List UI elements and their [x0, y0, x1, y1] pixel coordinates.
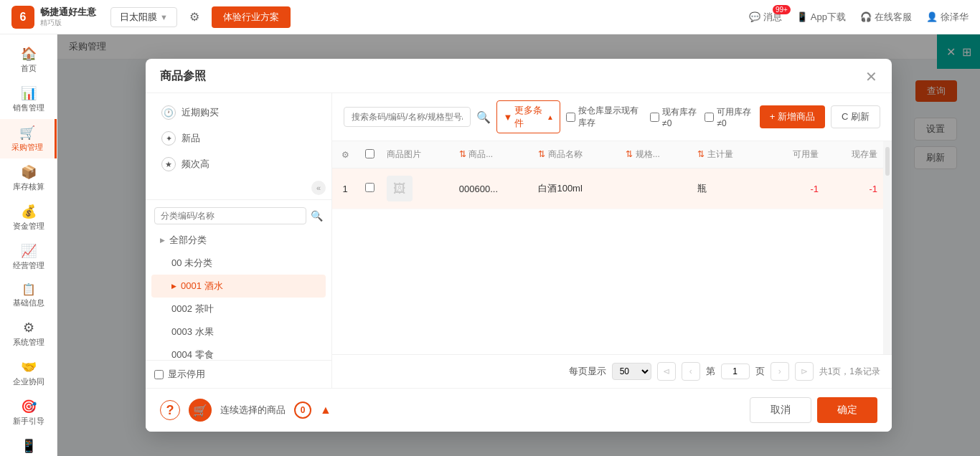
- row-checkbox-cell[interactable]: [358, 168, 381, 209]
- refresh-button[interactable]: C 刷新: [831, 105, 880, 128]
- col-unit[interactable]: ⇅ 主计量: [692, 141, 765, 168]
- system-icon: ⚙: [23, 320, 34, 336]
- new-icon: ✦: [166, 134, 172, 143]
- sidebar-item-system[interactable]: ⚙ 系统管理: [0, 314, 57, 353]
- col-spec[interactable]: ⇅ 规格...: [620, 141, 692, 168]
- sidebar-item-home[interactable]: 🏠 首页: [0, 40, 57, 80]
- product-search-input[interactable]: [344, 107, 471, 127]
- warehouse-filter-label[interactable]: 按仓库显示现有库存: [566, 105, 644, 129]
- cat-uncategorized[interactable]: 00 未分类: [151, 252, 326, 275]
- page-size-select[interactable]: 50 100: [612, 363, 651, 380]
- service-item[interactable]: 🎧 在线客服: [860, 11, 912, 24]
- mobile-icon: 📱: [796, 11, 808, 22]
- category-search-input[interactable]: [154, 207, 306, 224]
- confirm-button[interactable]: 确定: [817, 397, 877, 423]
- sidebar-item-inventory[interactable]: 📦 库存核算: [0, 158, 57, 198]
- tab-recent[interactable]: 🕐 近期购买: [154, 100, 323, 125]
- tab-new[interactable]: ✦ 新品: [154, 126, 323, 151]
- cat-fruit[interactable]: 0003 水果: [151, 320, 326, 343]
- add-product-button[interactable]: + 新增商品: [760, 105, 825, 128]
- sidebar-item-collab[interactable]: 🤝 企业协同: [0, 353, 57, 393]
- table-row[interactable]: 1 🖼 000600... 白酒100ml 瓶: [332, 168, 883, 209]
- experience-button[interactable]: 体验行业方案: [212, 6, 291, 28]
- cat-liquor[interactable]: ▶ 0001 酒水: [151, 275, 326, 298]
- next-page-btn[interactable]: ›: [771, 362, 789, 381]
- user-label: 徐泽华: [941, 11, 969, 24]
- tab-frequent[interactable]: ★ 频次高: [154, 152, 323, 176]
- sidebar-item-operation[interactable]: 📈 经营管理: [0, 237, 57, 277]
- show-disabled-checkbox-label[interactable]: 显示停用: [154, 368, 205, 381]
- more-filter-btn[interactable]: ▼ 更多条件 ▲: [496, 100, 560, 133]
- cart-icon[interactable]: 🛒: [189, 399, 212, 422]
- category-search-icon[interactable]: 🔍: [311, 210, 323, 222]
- table-scrollbar[interactable]: [883, 141, 892, 354]
- col-stock[interactable]: 现存量: [824, 141, 883, 168]
- row-spec: [620, 168, 692, 209]
- select-all-checkbox[interactable]: [365, 149, 374, 158]
- sidebar-item-basic[interactable]: 📋 基础信息: [0, 277, 57, 314]
- pagination-bar: 每页显示 50 100 ⊲ ‹ 第 页 › ⊳ 共1页，1条记录: [332, 354, 892, 388]
- modal-dialog: 商品参照 ✕ 🕐 近期购买: [146, 59, 892, 432]
- col-image: 商品图片: [381, 141, 453, 168]
- available-filter-checkbox[interactable]: [650, 113, 659, 122]
- nav-selector[interactable]: 日太阳膜 ▼: [110, 7, 177, 27]
- user-item[interactable]: 👤 徐泽华: [926, 11, 969, 24]
- gear-icon[interactable]: ⚙: [183, 6, 206, 29]
- col-code[interactable]: ⇅ 商品...: [453, 141, 533, 168]
- arrow-icon-liquor: ▶: [171, 282, 176, 290]
- sidebar-item-purchase[interactable]: 🛒 采购管理: [0, 119, 57, 158]
- product-thumbnail: 🖼: [387, 176, 413, 201]
- last-page-btn[interactable]: ⊳: [795, 362, 814, 381]
- cat-tea[interactable]: 0002 茶叶: [151, 298, 326, 320]
- col-available[interactable]: 可用量: [765, 141, 824, 168]
- service-label: 在线客服: [875, 11, 912, 24]
- sidebar-item-apps[interactable]: 📱 应用中心: [0, 432, 57, 456]
- available-filter-label[interactable]: 现有库存≠0: [650, 106, 699, 128]
- collapse-footer-icon[interactable]: ▲: [320, 404, 331, 417]
- cart-count: 0: [294, 402, 311, 419]
- row-code: 000600...: [453, 168, 533, 209]
- collapse-panel-btn[interactable]: «: [311, 181, 326, 195]
- clock-icon: 🕐: [164, 108, 174, 118]
- cat-snack[interactable]: 0004 零食: [151, 343, 326, 360]
- logo-area: 6 畅捷通好生意 精巧版: [11, 6, 96, 29]
- help-icon[interactable]: ?: [160, 400, 180, 420]
- row-stock: -1: [824, 168, 883, 209]
- row-checkbox[interactable]: [365, 183, 374, 192]
- col-name[interactable]: ⇅ 商品名称: [532, 141, 620, 168]
- sidebar-item-sales[interactable]: 📊 销售管理: [0, 80, 57, 119]
- modal-right-panel: 🔍 ▼ 更多条件 ▲ 按仓库显示现有库存 现有库存≠0: [332, 93, 892, 388]
- usable-filter-label[interactable]: 可用库存≠0: [705, 106, 753, 128]
- app-download-item[interactable]: 📱 App下载: [796, 11, 846, 24]
- sidebar-item-guide[interactable]: 🎯 新手引导: [0, 393, 57, 432]
- star-icon: ★: [165, 160, 172, 169]
- show-disabled-checkbox[interactable]: [154, 370, 164, 379]
- first-page-btn[interactable]: ⊲: [657, 362, 676, 381]
- filter-icon: ▼: [503, 112, 512, 123]
- modal-header: 商品参照 ✕: [146, 59, 892, 93]
- usable-filter-checkbox[interactable]: [705, 113, 714, 122]
- modal-overlay: 商品参照 ✕ 🕐 近期购买: [57, 34, 980, 456]
- col-checkbox: [358, 141, 381, 168]
- cart-icon: 🛒: [19, 125, 35, 141]
- modal-body: 🕐 近期购买 ✦ 新品 ★: [146, 93, 892, 388]
- modal-close-button[interactable]: ✕: [865, 70, 877, 84]
- col-settings[interactable]: ⚙: [332, 141, 358, 168]
- page-input[interactable]: [721, 364, 750, 379]
- modal-left-footer: 显示停用: [146, 360, 331, 388]
- message-badge: 99+: [773, 5, 791, 14]
- cancel-button[interactable]: 取消: [750, 397, 811, 423]
- scrollbar-thumb[interactable]: [885, 147, 890, 176]
- arrow-icon-all: ▶: [160, 237, 165, 244]
- warehouse-filter-checkbox[interactable]: [566, 113, 575, 122]
- nav-right: 💬 消息 99+ 📱 App下载 🎧 在线客服 👤 徐泽华: [749, 11, 969, 24]
- row-name: 白酒100ml: [532, 168, 620, 209]
- cat-all[interactable]: ▶ 全部分类: [151, 229, 326, 252]
- sidebar-item-finance[interactable]: 💰 资金管理: [0, 198, 57, 237]
- row-available: -1: [765, 168, 824, 209]
- product-search-icon[interactable]: 🔍: [476, 110, 491, 124]
- money-icon: 💰: [21, 204, 37, 219]
- prev-page-btn[interactable]: ‹: [682, 362, 700, 381]
- page-suffix: 页: [755, 365, 765, 378]
- messages-item[interactable]: 💬 消息 99+: [749, 11, 782, 24]
